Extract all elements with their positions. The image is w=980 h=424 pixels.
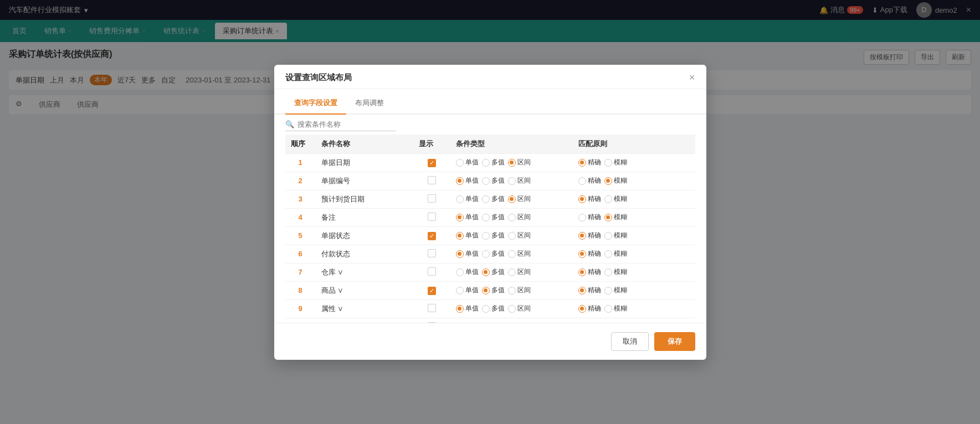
dialog-header: 设置查询区域布局 × bbox=[274, 65, 706, 89]
tab-layout-adjust[interactable]: 布局调整 bbox=[346, 95, 393, 115]
tab-query-fields-label: 查询字段设置 bbox=[294, 99, 337, 107]
search-input[interactable] bbox=[297, 120, 386, 121]
search-bar: 🔍 bbox=[274, 115, 706, 121]
settings-dialog: 设置查询区域布局 × 查询字段设置 布局调整 🔍 bbox=[274, 65, 706, 121]
tab-query-fields[interactable]: 查询字段设置 bbox=[285, 95, 346, 115]
tab-layout-adjust-label: 布局调整 bbox=[355, 99, 384, 107]
search-input-wrap: 🔍 bbox=[285, 120, 396, 121]
dialog-title: 设置查询区域布局 bbox=[285, 73, 352, 83]
dialog-close-button[interactable]: × bbox=[689, 73, 695, 82]
search-icon: 🔍 bbox=[285, 120, 294, 121]
modal-overlay: 设置查询区域布局 × 查询字段设置 布局调整 🔍 bbox=[0, 0, 980, 121]
dialog-tabs: 查询字段设置 布局调整 bbox=[274, 89, 706, 115]
